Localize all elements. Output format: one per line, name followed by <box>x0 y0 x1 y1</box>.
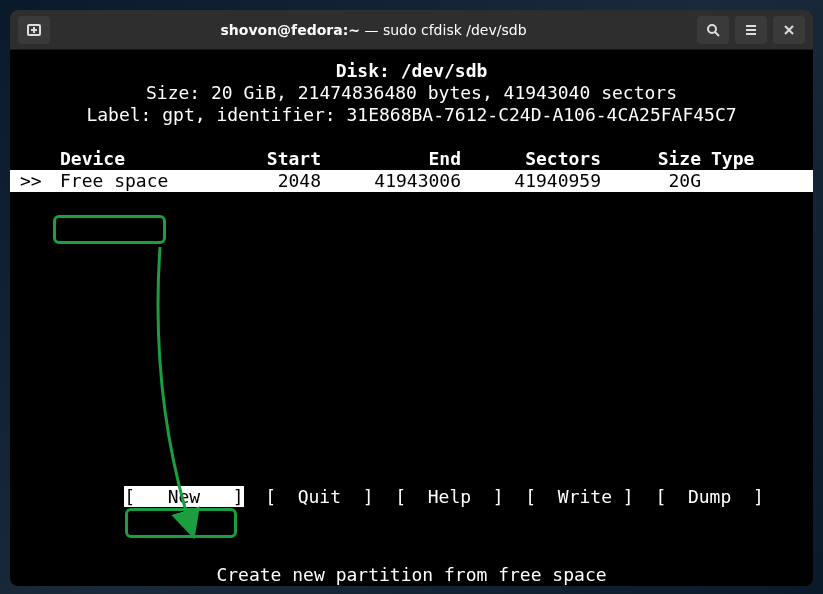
col-type-header: Type <box>701 148 813 170</box>
col-end-header: End <box>321 148 461 170</box>
col-device-header: Device <box>10 148 210 170</box>
col-size-header: Size <box>601 148 701 170</box>
disk-size-line: Size: 20 GiB, 21474836480 bytes, 4194304… <box>10 82 813 104</box>
close-button[interactable] <box>773 16 805 44</box>
menu-new[interactable]: [ New ] <box>124 486 243 507</box>
disk-header: Disk: /dev/sdb <box>10 60 813 82</box>
hamburger-icon <box>743 22 759 38</box>
cell-type <box>701 170 813 192</box>
cell-size: 20G <box>601 170 701 192</box>
svg-point-3 <box>708 25 716 33</box>
annotation-highlight-device <box>53 215 166 244</box>
menu-help[interactable]: [ Help ] <box>395 486 503 507</box>
new-tab-icon <box>26 22 42 38</box>
menu-button[interactable] <box>735 16 767 44</box>
cell-end: 41943006 <box>321 170 461 192</box>
close-icon <box>781 22 797 38</box>
cell-start: 2048 <box>210 170 321 192</box>
col-start-header: Start <box>210 148 321 170</box>
svg-line-4 <box>715 32 719 36</box>
status-line: Create new partition from free space <box>10 564 813 586</box>
menu-dump[interactable]: [ Dump ] <box>655 486 763 507</box>
cell-sectors: 41940959 <box>461 170 601 192</box>
row-selector: >> <box>20 170 42 192</box>
menu-write[interactable]: [ Write ] <box>525 486 633 507</box>
terminal-window: shovon@fedora:~ — sudo cfdisk /dev/sdb D… <box>10 10 813 586</box>
title-prefix: shovon@fedora:~ <box>220 22 360 38</box>
menu-quit[interactable]: [ Quit ] <box>265 486 373 507</box>
disk-label-line: Label: gpt, identifier: 31E868BA-7612-C2… <box>10 104 813 126</box>
col-sectors-header: Sectors <box>461 148 601 170</box>
title-suffix: — sudo cfdisk /dev/sdb <box>360 22 527 38</box>
search-icon <box>705 22 721 38</box>
partition-table-header: Device Start End Sectors Size Type <box>10 148 813 170</box>
new-tab-button[interactable] <box>18 16 50 44</box>
table-row[interactable]: >> Free space 2048 41943006 41940959 20G <box>10 170 813 192</box>
search-button[interactable] <box>697 16 729 44</box>
action-menu: [ New ] [ Quit ] [ Help ] [ Write ] [ Du… <box>10 464 813 530</box>
window-title: shovon@fedora:~ — sudo cfdisk /dev/sdb <box>56 22 691 38</box>
terminal-content[interactable]: Disk: /dev/sdb Size: 20 GiB, 21474836480… <box>10 50 813 586</box>
titlebar: shovon@fedora:~ — sudo cfdisk /dev/sdb <box>10 10 813 50</box>
